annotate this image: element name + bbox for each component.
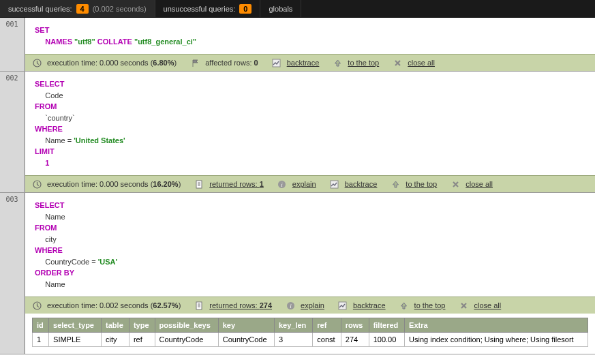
explain-cell: SIMPLE — [49, 333, 102, 347]
topbar-unsuccessful[interactable]: unsuccessful queries: 0 — [155, 0, 261, 17]
entry-body: SELECT Name FROM city WHERE CountryCode … — [25, 193, 595, 354]
explain-cell: city — [102, 333, 129, 347]
explain-cell: ref — [129, 333, 155, 347]
returned-rows-link[interactable]: returned rows: 1 — [209, 180, 264, 188]
successful-time: (0.002 seconds) — [93, 5, 147, 13]
query-statusbar: execution time: 0.002 seconds (62.57%)re… — [25, 297, 595, 314]
successful-label: successful queries: — [8, 5, 72, 13]
backtrace-link[interactable]: backtrace — [353, 301, 386, 309]
exec-time: execution time: 0.000 seconds (6.80%) — [47, 59, 177, 67]
explain-header: key — [218, 318, 274, 333]
explain-header: ref — [313, 318, 341, 333]
topbar-successful[interactable]: successful queries: 4 (0.002 seconds) — [0, 0, 155, 17]
to-top-link[interactable]: to the top — [414, 301, 446, 309]
query-entry: 002SELECT Code FROM `country` WHERE Name… — [0, 72, 595, 193]
to-top-link[interactable]: to the top — [406, 180, 437, 188]
explain-cell: Using index condition; Using where; Usin… — [405, 333, 588, 347]
entry-number: 001 — [0, 18, 25, 71]
explain-table: idselect_typetabletypepossible_keyskeyke… — [32, 318, 588, 347]
explain-cell: const — [313, 333, 341, 347]
clock-icon — [32, 58, 42, 67]
query-statusbar: execution time: 0.000 seconds (6.80%)aff… — [25, 54, 595, 71]
explain-header: type — [129, 318, 155, 333]
explain-header: Extra — [405, 318, 588, 333]
exec-time: execution time: 0.002 seconds (62.57%) — [47, 301, 181, 309]
exec-time: execution time: 0.000 seconds (16.20%) — [47, 180, 181, 188]
entry-number: 002 — [0, 72, 25, 192]
close-icon — [393, 58, 402, 67]
explain-link[interactable]: explain — [301, 301, 324, 309]
explain-header: id — [33, 318, 49, 333]
info-icon: i — [286, 301, 295, 310]
query-statusbar: execution time: 0.000 seconds (16.20%)re… — [25, 175, 595, 192]
close-icon — [459, 301, 468, 310]
affected-rows: affected rows: 0 — [205, 59, 258, 67]
up-arrow-icon — [399, 301, 409, 310]
explain-cell: 1 — [33, 333, 49, 347]
backtrace-link[interactable]: backtrace — [345, 180, 378, 188]
entry-number: 003 — [0, 193, 25, 354]
query-entry: 001SET NAMES "utf8" COLLATE "utf8_genera… — [0, 18, 595, 72]
clock-icon — [32, 179, 42, 189]
entry-body: SET NAMES "utf8" COLLATE "utf8_general_c… — [25, 18, 595, 71]
close-all-link[interactable]: close all — [466, 180, 493, 188]
unsuccessful-label: unsuccessful queries: — [164, 5, 236, 13]
explain-header: filtered — [369, 318, 404, 333]
close-all-link[interactable]: close all — [474, 301, 501, 309]
sql-block: SELECT Name FROM city WHERE CountryCode … — [25, 193, 595, 297]
flag-icon — [190, 58, 200, 67]
returned-rows-link[interactable]: returned rows: 274 — [209, 301, 272, 309]
query-entry: 003SELECT Name FROM city WHERE CountryCo… — [0, 193, 595, 354]
up-arrow-icon — [391, 179, 400, 189]
explain-header: possible_keys — [155, 318, 218, 333]
sql-block: SELECT Code FROM `country` WHERE Name = … — [25, 72, 595, 175]
explain-cell: 274 — [341, 333, 369, 347]
info-icon: i — [277, 179, 287, 189]
explain-header: select_type — [49, 318, 102, 333]
chart-icon — [338, 301, 348, 310]
explain-header: rows — [341, 318, 369, 333]
clock-icon — [32, 301, 42, 310]
successful-count-badge: 4 — [76, 4, 89, 14]
close-all-link[interactable]: close all — [408, 59, 435, 67]
svg-rect-11 — [339, 302, 346, 309]
close-icon — [451, 179, 460, 189]
explain-cell: 3 — [274, 333, 312, 347]
svg-rect-1 — [273, 59, 280, 67]
topbar-globals[interactable]: globals — [260, 0, 301, 17]
unsuccessful-count-badge: 0 — [239, 4, 251, 14]
explain-row: 1SIMPLEcityrefCountryCodeCountryCode3con… — [33, 333, 588, 347]
svg-rect-6 — [331, 181, 338, 188]
explain-header: table — [102, 318, 129, 333]
document-icon — [194, 179, 204, 189]
to-top-link[interactable]: to the top — [348, 59, 379, 67]
up-arrow-icon — [333, 58, 342, 67]
entry-body: SELECT Code FROM `country` WHERE Name = … — [25, 72, 595, 192]
chart-icon — [330, 179, 339, 189]
document-icon — [194, 301, 204, 310]
explain-header: key_len — [274, 318, 312, 333]
explain-cell: CountryCode — [155, 333, 218, 347]
explain-cell: 100.00 — [369, 333, 404, 347]
explain-cell: CountryCode — [218, 333, 274, 347]
explain-link[interactable]: explain — [292, 180, 316, 188]
topbar: successful queries: 4 (0.002 seconds) un… — [0, 0, 595, 18]
globals-label: globals — [269, 5, 292, 13]
sql-block: SET NAMES "utf8" COLLATE "utf8_general_c… — [25, 18, 595, 54]
chart-icon — [272, 58, 281, 67]
backtrace-link[interactable]: backtrace — [287, 59, 320, 67]
